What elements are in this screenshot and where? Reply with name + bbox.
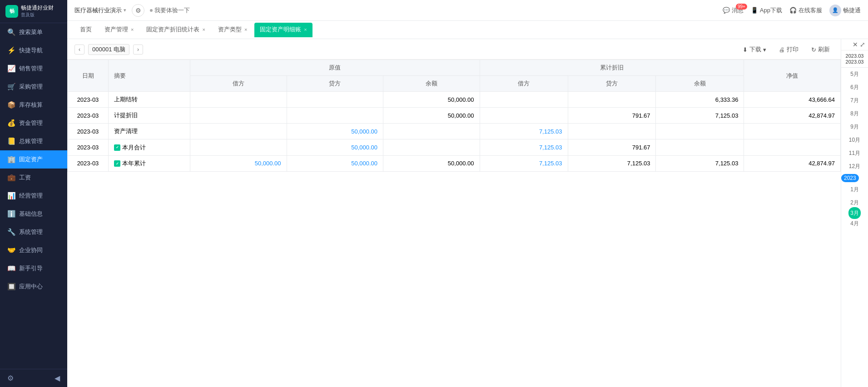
sidebar-item-search[interactable]: 🔍搜索菜单 [0, 23, 67, 41]
sidebar-label-search: 搜索菜单 [19, 28, 43, 36]
tab-depreciation-table[interactable]: 固定资产折旧统计表× [141, 23, 210, 37]
sidebar-item-app-center[interactable]: 🔲应用中心 [0, 278, 67, 296]
table-row: 2023-03 资产清理 50,000.00 7,125.03 [68, 124, 841, 139]
cell-orig-balance [383, 139, 480, 156]
company-selector[interactable]: 医疗器械行业演示 ▾ [74, 6, 126, 15]
cell-orig-credit: 50,000.00 [287, 139, 383, 156]
right-panel: ✕ ⤢ 2023.03 2023.03 5月6月7月8月9月10月11月12月2… [841, 39, 868, 387]
sidebar-item-fixed-assets[interactable]: 🏢固定资产 [0, 150, 67, 169]
cell-acc-credit: 791.67 [568, 108, 656, 124]
asset-id: 000001 电脑 [88, 44, 129, 55]
company-name: 医疗器械行业演示 [74, 6, 122, 15]
th-net-value: 净值 [744, 60, 841, 92]
sidebar-label-app-center: 应用中心 [19, 283, 43, 291]
app-download-button[interactable]: 📱 App下载 [751, 6, 782, 15]
timeline-month-item[interactable]: 7月 [841, 94, 868, 107]
next-asset-button[interactable]: › [133, 45, 143, 55]
refresh-button[interactable]: ↻ 刷新 [808, 44, 833, 55]
tab-asset-management[interactable]: 资产管理× [99, 23, 139, 37]
logo-title: 畅捷通好业财 [21, 5, 54, 12]
company-dropdown-icon: ▾ [124, 7, 126, 13]
ledger-icon: 📒 [7, 137, 15, 145]
th-orig-balance: 余额 [383, 76, 480, 92]
sidebar-item-operations[interactable]: 📊经营管理 [0, 187, 67, 205]
cell-acc-credit: 7,125.03 [568, 155, 656, 172]
sidebar-item-sales[interactable]: 📈销售管理 [0, 60, 67, 78]
print-label: 打印 [787, 45, 799, 54]
next-icon: › [137, 46, 139, 53]
active-month-item[interactable]: 3月 [848, 207, 861, 219]
tab-asset-type[interactable]: 资产类型× [213, 23, 253, 37]
fixed-assets-icon: 🏢 [7, 155, 15, 164]
timeline-items: 5月6月7月8月9月10月11月12月20231月2月3月4月 [841, 68, 868, 230]
cell-summary: ✓本年累计 [109, 155, 190, 172]
sidebar-item-basic-info[interactable]: ℹ️基础信息 [0, 205, 67, 223]
timeline-month-item[interactable]: 1月 [841, 183, 868, 196]
timeline-month-item[interactable]: 9月 [841, 120, 868, 134]
th-orig-credit: 贷方 [287, 76, 383, 92]
salary-icon: 💼 [7, 174, 15, 182]
sidebar-footer: ⚙ ◀ [0, 369, 67, 387]
cell-acc-debit [480, 108, 568, 124]
sidebar-item-system[interactable]: 🔧系统管理 [0, 223, 67, 241]
sidebar-item-ledger[interactable]: 📒总账管理 [0, 132, 67, 150]
sidebar-label-guide: 新手引导 [19, 264, 43, 273]
sidebar-item-quick-nav[interactable]: ⚡快捷导航 [0, 41, 67, 60]
table-row: 2023-03 计提折旧 50,000.00 791.67 7,125.03 4… [68, 108, 841, 124]
cell-date: 2023-03 [68, 92, 109, 108]
user-menu[interactable]: 👤 畅捷通 [829, 5, 861, 16]
tab-close-asset-management[interactable]: × [131, 27, 134, 32]
tab-close-asset-detail[interactable]: × [304, 27, 307, 32]
tab-asset-detail[interactable]: 固定资产明细账× [254, 23, 312, 37]
summary-tag: ✓本月合计 [114, 144, 146, 152]
tab-home[interactable]: 首页 [74, 23, 97, 37]
timeline-month-item[interactable]: 5月 [841, 68, 868, 81]
prev-icon: ‹ [79, 46, 80, 53]
tab-close-depreciation-table[interactable]: × [202, 27, 205, 32]
cell-orig-balance: 50,000.00 [383, 108, 480, 124]
close-panel-button[interactable]: ✕ [853, 41, 858, 48]
timeline-month-item[interactable]: 4月 [841, 217, 868, 230]
ledger-table: 日期 摘要 原值 累计折旧 净值 借方 贷方 余额 借方 贷方 余额 [67, 60, 841, 172]
cell-net-value: 42,874.97 [744, 108, 841, 124]
prev-asset-button[interactable]: ‹ [74, 45, 84, 55]
funds-icon: 💰 [7, 119, 15, 127]
sidebar-item-inventory[interactable]: 📦库存核算 [0, 96, 67, 114]
sidebar-item-guide[interactable]: 📖新手引导 [0, 259, 67, 278]
sidebar: 畅 畅捷通好业财 普及版 🔍搜索菜单⚡快捷导航📈销售管理🛒采购管理📦库存核算💰资… [0, 0, 67, 387]
print-button[interactable]: 🖨 打印 [775, 44, 802, 55]
year-badge[interactable]: 2023 [841, 174, 859, 182]
collapse-icon[interactable]: ◀ [55, 374, 60, 382]
logo-sub: 普及版 [21, 12, 54, 18]
timeline-month-item[interactable]: 12月 [841, 160, 868, 173]
cell-acc-balance [656, 139, 744, 156]
sidebar-item-funds[interactable]: 💰资金管理 [0, 114, 67, 132]
th-original-value-group: 原值 [190, 60, 480, 76]
download-button[interactable]: ⬇ 下载 ▾ [739, 44, 770, 55]
download-label: 下载 [749, 45, 761, 54]
cell-net-value: 42,874.97 [744, 155, 841, 172]
service-label: 在线客服 [799, 6, 822, 15]
cell-acc-debit: 7,125.03 [480, 124, 568, 139]
settings-button[interactable]: ⚙ [132, 4, 144, 17]
experience-button[interactable]: 我要体验一下 [150, 6, 190, 15]
settings-icon[interactable]: ⚙ [7, 374, 14, 382]
sidebar-item-purchase[interactable]: 🛒采购管理 [0, 78, 67, 96]
purchase-icon: 🛒 [7, 83, 15, 91]
message-button[interactable]: 💬 消息 99+ [723, 6, 744, 15]
expand-panel-button[interactable]: ⤢ [860, 41, 865, 48]
tab-close-asset-type[interactable]: × [244, 27, 247, 32]
sub-toolbar: ‹ 000001 电脑 › ⬇ 下载 ▾ 🖨 打印 [67, 39, 841, 60]
th-acc-debit: 借方 [480, 76, 568, 92]
sidebar-item-coop[interactable]: 🤝企业协同 [0, 241, 67, 259]
service-button[interactable]: 🎧 在线客服 [789, 6, 822, 15]
sidebar-item-salary[interactable]: 💼工资 [0, 169, 67, 187]
timeline-month-item[interactable]: 10月 [841, 134, 868, 147]
sidebar-label-ledger: 总账管理 [19, 137, 43, 145]
timeline-month-item[interactable]: 11月 [841, 147, 868, 160]
timeline-month-item[interactable]: 6月 [841, 81, 868, 94]
cell-acc-credit [568, 92, 656, 108]
toolbar-actions: ⬇ 下载 ▾ 🖨 打印 ↻ 刷新 [739, 44, 833, 55]
cell-date: 2023-03 [68, 155, 109, 172]
timeline-month-item[interactable]: 8月 [841, 107, 868, 120]
